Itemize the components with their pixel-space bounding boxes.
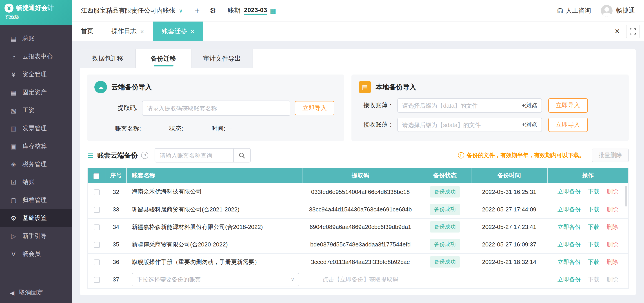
tab-account-migration[interactable]: 账套迁移 × xyxy=(153,21,203,41)
header-operations: 操作 xyxy=(548,168,628,183)
backup-now-link[interactable]: 立即备份 xyxy=(558,258,581,265)
row-checkbox[interactable] xyxy=(94,225,100,230)
app-edition: 旗舰版 xyxy=(6,14,68,20)
row-checkbox[interactable] xyxy=(94,189,100,195)
tab-operation-log[interactable]: 操作日志 × xyxy=(102,21,153,41)
sidebar-item-label: 新手引导 xyxy=(22,232,47,240)
delete-link[interactable]: 删除 xyxy=(606,206,618,213)
backup-time: 2022-05-21 18:32:14 xyxy=(471,253,548,271)
time-pair: 时间:-- xyxy=(212,125,232,133)
download-link[interactable]: 下载 xyxy=(588,241,600,248)
calendar-icon[interactable]: ▦ xyxy=(270,6,276,14)
delete-link[interactable]: 删除 xyxy=(606,241,618,248)
download-link: 下载 xyxy=(588,276,600,283)
avatar[interactable] xyxy=(601,5,612,16)
extraction-code-label: 提取码: xyxy=(112,104,138,112)
browse-data-button[interactable]: +浏览 xyxy=(517,98,542,113)
batch-delete-button[interactable]: 批量删除 xyxy=(592,149,629,162)
close-icon[interactable]: × xyxy=(140,28,144,35)
migration-card: 数据包迁移 备份迁移 审计文件导出 ☁ 云端备份导入 提取码: xyxy=(80,49,636,295)
import-panels: ☁ 云端备份导入 提取码: 立即导入 账套名称:-- 状态:-- 时间:-- xyxy=(87,74,629,141)
sidebar-item-label: 归档管理 xyxy=(22,196,47,204)
header-account-name: 账套名称 xyxy=(126,168,302,183)
logo-cloud-icon: ¥ xyxy=(4,3,14,12)
fullscreen-button[interactable] xyxy=(626,25,640,38)
backup-now-link[interactable]: 立即备份 xyxy=(558,241,581,248)
row-checkbox[interactable] xyxy=(94,242,100,248)
backup-notice: ! 备份的文件，有效期半年，有效期内可以下载。 xyxy=(458,151,585,159)
delete-link[interactable]: 删除 xyxy=(606,223,618,230)
row-checkbox[interactable] xyxy=(94,277,100,283)
app-window: ¥ 畅捷通好会计 旗舰版 ▤总账 ◔云报表中心 ¥资金管理 ▦固定资产 ▧工资 … xyxy=(0,0,644,303)
download-link[interactable]: 下载 xyxy=(588,206,600,213)
sidebar-item-fixed-assets[interactable]: ▦固定资产 xyxy=(0,83,72,101)
tab-label: 账套迁移 xyxy=(162,27,187,35)
account-set-select[interactable]: 下拉选择需要备份的账套 ∨ xyxy=(132,273,299,286)
delete-link: 删除 xyxy=(606,276,618,283)
user-name[interactable]: 畅捷通 xyxy=(616,6,635,14)
backup-now-link[interactable]: 立即备份 xyxy=(558,223,581,230)
app-logo: ¥ 畅捷通好会计 旗舰版 xyxy=(0,0,72,25)
gear-icon[interactable]: ⚙ xyxy=(210,6,216,15)
row-checkbox[interactable] xyxy=(94,260,100,265)
tab-audit-file-export[interactable]: 审计文件导出 xyxy=(192,49,253,68)
account-name: 新疆博采商贸有限公司(合2020-2022) xyxy=(126,236,302,253)
sidebar-item-archive[interactable]: ▢归档管理 xyxy=(0,191,72,209)
local-backup-import-panel: ▤ 本地备份导入 接收账薄： +浏览 立即导入 接收账薄： +浏览 xyxy=(352,74,629,141)
fullscreen-icon xyxy=(630,28,636,34)
table-header-row: 序号 账套名称 提取码 备份状态 备份时间 操作 xyxy=(88,168,628,183)
sidebar-item-cloud-reports[interactable]: ◔云报表中心 xyxy=(0,47,72,65)
company-selector[interactable]: 江西服宝精品有限责任公司内账张 xyxy=(81,6,175,14)
data-file-input[interactable] xyxy=(397,98,517,113)
sidebar-item-invoices[interactable]: ▥发票管理 xyxy=(0,119,72,137)
local-import-data-button[interactable]: 立即导入 xyxy=(548,98,588,113)
time-value: -- xyxy=(228,125,232,132)
period-label: 账期 xyxy=(228,6,240,14)
migration-tabs: 数据包迁移 备份迁移 审计文件导出 xyxy=(80,49,636,68)
close-icon[interactable]: × xyxy=(190,28,194,35)
extraction-code-input[interactable] xyxy=(142,101,290,116)
period-value[interactable]: 2023-03 xyxy=(244,6,267,15)
sidebar-item-beginner-guide[interactable]: ▷新手引导 xyxy=(0,227,72,245)
close-all-icon[interactable]: × xyxy=(615,26,620,36)
tab-data-package-migration[interactable]: 数据包迁移 xyxy=(80,49,136,68)
download-link[interactable]: 下载 xyxy=(588,188,600,195)
sidebar-item-inventory[interactable]: ▣库存核算 xyxy=(0,137,72,155)
select-all-checkbox[interactable] xyxy=(94,173,100,179)
search-input[interactable] xyxy=(155,148,234,163)
unpin-sidebar-button[interactable]: ◀ 取消固定 xyxy=(0,289,72,297)
sidebar-item-tax[interactable]: ◈税务管理 xyxy=(0,155,72,173)
download-link[interactable]: 下载 xyxy=(588,258,600,265)
tab-home[interactable]: 首页 xyxy=(72,21,102,41)
row-checkbox[interactable] xyxy=(94,207,100,213)
sidebar-item-payroll[interactable]: ▧工资 xyxy=(0,101,72,119)
chevron-down-icon[interactable]: ∨ xyxy=(179,7,183,14)
sidebar-item-general-ledger[interactable]: ▤总账 xyxy=(0,30,72,47)
cloud-import-button[interactable]: 立即导入 xyxy=(295,101,334,115)
browse-sdata-button[interactable]: +浏览 xyxy=(517,118,542,132)
header-no: 序号 xyxy=(106,168,126,183)
inventory-icon: ▣ xyxy=(10,143,17,150)
backup-now-link[interactable]: 立即备份 xyxy=(558,276,581,283)
add-account-set-icon[interactable]: + xyxy=(194,6,200,15)
download-link[interactable]: 下载 xyxy=(588,223,600,230)
backup-now-link[interactable]: 立即备份 xyxy=(558,188,581,195)
table-scrollbar[interactable] xyxy=(625,186,627,207)
local-panel-title: 本地备份导入 xyxy=(376,83,416,91)
sdata-file-input[interactable] xyxy=(397,118,517,132)
manual-consult-button[interactable]: ☊ 人工咨询 xyxy=(557,6,591,14)
backup-table: 序号 账套名称 提取码 备份状态 备份时间 操作 32 xyxy=(87,168,629,289)
sidebar-item-funds[interactable]: ¥资金管理 xyxy=(0,65,72,83)
sidebar-item-basic-settings[interactable]: ⚙基础设置 xyxy=(0,209,72,227)
help-icon[interactable]: ? xyxy=(141,152,148,159)
sidebar-item-member[interactable]: Ⅴ畅会员 xyxy=(0,245,72,263)
sidebar-item-label: 总账 xyxy=(22,34,34,43)
tab-backup-migration[interactable]: 备份迁移 xyxy=(136,49,192,68)
search-button[interactable] xyxy=(234,148,251,163)
backup-status-badge: 备份成功 xyxy=(430,186,460,198)
backup-now-link[interactable]: 立即备份 xyxy=(558,206,581,213)
delete-link[interactable]: 删除 xyxy=(606,188,618,195)
delete-link[interactable]: 删除 xyxy=(606,258,618,265)
sidebar-item-closing[interactable]: ☑结账 xyxy=(0,173,72,191)
local-import-sdata-button[interactable]: 立即导入 xyxy=(548,118,588,132)
